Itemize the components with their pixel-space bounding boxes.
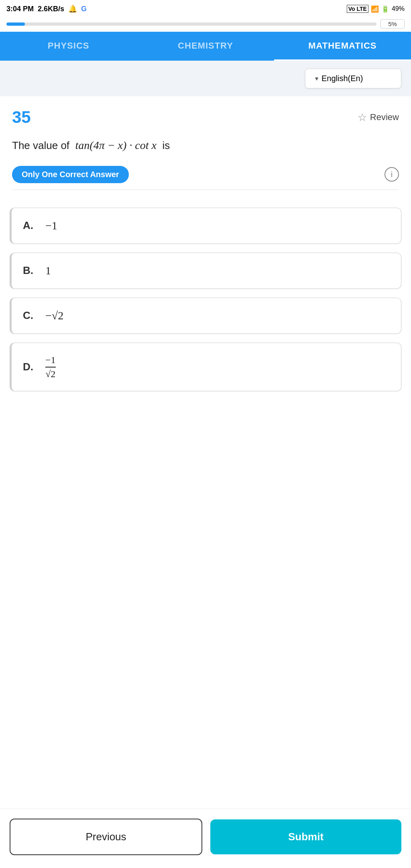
option-b[interactable]: B. 1 bbox=[10, 253, 401, 289]
google-icon: G bbox=[81, 5, 87, 13]
tab-chemistry[interactable]: CHEMISTRY bbox=[137, 32, 274, 61]
option-d-label: D. bbox=[23, 361, 36, 373]
tab-physics-label: PHYSICS bbox=[48, 41, 90, 51]
signal-icon: 📶 bbox=[371, 5, 379, 13]
tab-bar: PHYSICS CHEMISTRY MATHEMATICS bbox=[0, 32, 411, 61]
option-b-label: B. bbox=[23, 264, 36, 277]
chevron-down-icon: ▾ bbox=[315, 75, 318, 82]
progress-value: 5% bbox=[380, 19, 405, 29]
info-icon[interactable]: i bbox=[385, 167, 399, 182]
progress-bar-fill bbox=[6, 22, 25, 26]
previous-button[interactable]: Previous bbox=[10, 819, 202, 855]
only-one-badge: Only One Correct Answer bbox=[12, 166, 129, 183]
option-b-value: 1 bbox=[45, 264, 51, 277]
lang-area: ▾ English(En) bbox=[0, 61, 411, 96]
question-header: 35 ☆ Review bbox=[12, 108, 399, 127]
status-left: 3:04 PM 2.6KB/s 🔔 G bbox=[6, 4, 87, 13]
language-dropdown[interactable]: ▾ English(En) bbox=[305, 69, 401, 88]
question-number: 35 bbox=[12, 108, 31, 127]
divider bbox=[12, 190, 399, 190]
star-icon: ☆ bbox=[358, 111, 367, 124]
option-c-value: −√2 bbox=[45, 309, 63, 322]
review-label: Review bbox=[370, 112, 399, 123]
option-d-fraction: −1 √2 bbox=[45, 354, 56, 380]
badge-row: Only One Correct Answer i bbox=[12, 166, 399, 183]
progress-bar-container bbox=[6, 22, 376, 26]
question-area: 35 ☆ Review The value of tan(4π − x) · c… bbox=[0, 96, 411, 208]
question-math-expr: tan(4π − x) · cot x bbox=[75, 139, 157, 151]
tab-mathematics[interactable]: MATHEMATICS bbox=[274, 32, 411, 61]
info-label: i bbox=[391, 170, 393, 179]
review-button[interactable]: ☆ Review bbox=[358, 111, 399, 124]
option-a-value: −1 bbox=[45, 219, 57, 232]
options-area: A. −1 B. 1 C. −√2 D. −1 √2 bbox=[0, 208, 411, 392]
option-a[interactable]: A. −1 bbox=[10, 208, 401, 244]
option-c[interactable]: C. −√2 bbox=[10, 298, 401, 334]
option-d-numer: −1 bbox=[45, 354, 56, 368]
status-bar: 3:04 PM 2.6KB/s 🔔 G Vo LTE 📶 🔋 49% bbox=[0, 0, 411, 18]
speed-display: 2.6KB/s bbox=[38, 5, 64, 13]
submit-button[interactable]: Submit bbox=[210, 819, 401, 854]
question-text-suffix: is bbox=[162, 139, 170, 151]
bell-icon: 🔔 bbox=[68, 4, 77, 13]
option-a-label: A. bbox=[23, 219, 36, 232]
progress-area: 5% bbox=[0, 18, 411, 32]
bottom-spacer bbox=[0, 400, 411, 472]
time-display: 3:04 PM bbox=[6, 5, 34, 13]
status-right: Vo LTE 📶 🔋 49% bbox=[347, 5, 405, 13]
lte-icon: Vo LTE bbox=[347, 5, 368, 13]
tab-chemistry-label: CHEMISTRY bbox=[178, 41, 233, 51]
question-text-prefix: The value of bbox=[12, 139, 69, 151]
language-label: English(En) bbox=[321, 74, 363, 83]
battery-percent: 49% bbox=[392, 5, 405, 12]
battery-icon: 🔋 bbox=[381, 5, 389, 13]
option-d[interactable]: D. −1 √2 bbox=[10, 343, 401, 392]
question-text: The value of tan(4π − x) · cot x is bbox=[12, 137, 399, 155]
option-d-value: −1 √2 bbox=[45, 354, 56, 380]
tab-physics[interactable]: PHYSICS bbox=[0, 32, 137, 61]
bottom-navigation: Previous Submit bbox=[0, 809, 411, 868]
tab-mathematics-label: MATHEMATICS bbox=[308, 41, 376, 51]
option-d-denom: √2 bbox=[45, 368, 55, 380]
option-c-label: C. bbox=[23, 309, 36, 322]
